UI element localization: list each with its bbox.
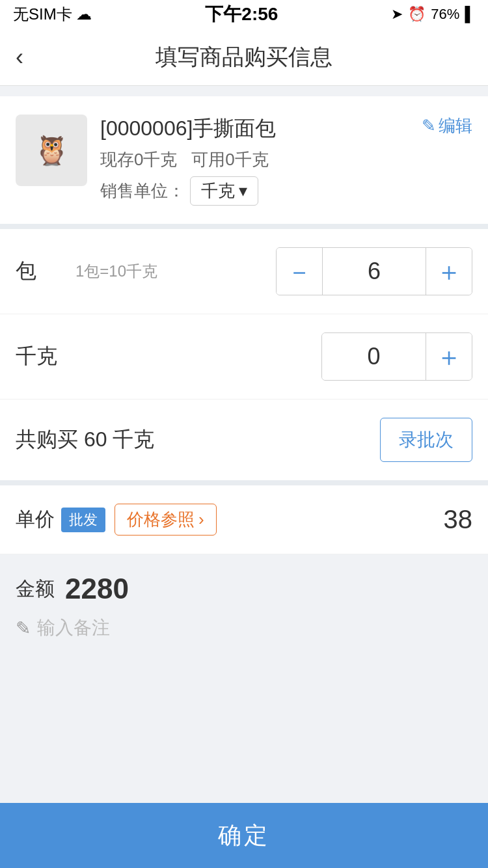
note-row[interactable]: ✎ 输入备注 — [16, 616, 472, 640]
product-logo: 🦉 — [34, 133, 70, 167]
unit-select[interactable]: 千克 ▾ — [190, 176, 258, 206]
kg-label: 千克 — [16, 342, 68, 371]
chevron-right-icon: › — [198, 509, 204, 530]
pack-qty-input[interactable] — [322, 248, 426, 295]
alarm-icon: ⏰ — [408, 6, 426, 23]
product-name: [0000006]手撕面包 — [100, 115, 409, 143]
pack-minus-button[interactable]: － — [277, 248, 322, 295]
pack-section: 包 1包=10千克 － ＋ 千克 ＋ — [0, 229, 488, 400]
total-text: 共购买 60 千克 — [16, 426, 380, 454]
product-info: [0000006]手撕面包 现存0千克 可用0千克 销售单位： 千克 ▾ — [100, 115, 409, 206]
minus-icon: － — [286, 254, 312, 290]
price-section: 单价 批发 价格参照 › 38 — [0, 485, 488, 554]
price-ref-button[interactable]: 价格参照 › — [115, 504, 217, 536]
amount-label: 金额 — [16, 576, 55, 603]
note-placeholder: 输入备注 — [37, 616, 110, 640]
pack-plus-button[interactable]: ＋ — [426, 248, 472, 295]
product-unit: 销售单位： 千克 ▾ — [100, 176, 409, 206]
product-stock: 现存0千克 可用0千克 — [100, 148, 409, 171]
amount-row: 金额 2280 — [16, 573, 472, 605]
back-button[interactable]: ‹ — [16, 44, 23, 71]
kg-qty-input[interactable] — [322, 333, 426, 380]
plus-icon: ＋ — [436, 254, 462, 290]
status-time: 下午2:56 — [205, 2, 278, 27]
confirm-button[interactable]: 确定 — [0, 803, 488, 868]
battery-icon: ▌ — [465, 6, 475, 23]
amount-section: 金额 2280 ✎ 输入备注 — [0, 554, 488, 647]
status-right: ➤ ⏰ 76% ▌ — [391, 6, 475, 23]
price-value: 38 — [444, 505, 473, 534]
pencil-icon: ✎ — [16, 617, 31, 639]
header: ‹ 填写商品购买信息 — [0, 29, 488, 86]
chevron-down-icon: ▾ — [239, 181, 247, 201]
edit-icon: ✎ — [422, 116, 436, 136]
pack-row: 包 1包=10千克 － ＋ — [0, 229, 488, 314]
edit-button[interactable]: ✎ 编辑 — [422, 115, 472, 137]
pack-label: 包 — [16, 257, 68, 286]
plus-icon: ＋ — [436, 339, 462, 375]
pack-hint: 1包=10千克 — [75, 261, 276, 282]
product-code: [0000006] — [100, 116, 193, 140]
amount-value: 2280 — [65, 573, 129, 605]
price-label: 单价 — [16, 506, 55, 533]
battery-label: 76% — [431, 6, 459, 23]
sim-label: 无SIM卡 ☁ — [13, 4, 92, 25]
spacer — [0, 647, 488, 803]
price-type-tag: 批发 — [61, 508, 105, 532]
pack-qty-control: － ＋ — [276, 247, 472, 295]
page-title: 填写商品购买信息 — [156, 42, 332, 72]
status-bar: 无SIM卡 ☁ 下午2:56 ➤ ⏰ 76% ▌ — [0, 0, 488, 29]
record-batch-button[interactable]: 录批次 — [380, 418, 472, 462]
product-image: 🦉 — [16, 115, 87, 186]
kg-controls: ＋ — [321, 332, 472, 381]
kg-row: 千克 ＋ — [0, 314, 488, 400]
status-left: 无SIM卡 ☁ — [13, 4, 92, 25]
arrow-icon: ➤ — [391, 6, 403, 23]
product-card: 🦉 [0000006]手撕面包 现存0千克 可用0千克 销售单位： 千克 ▾ ✎… — [0, 96, 488, 229]
kg-plus-button[interactable]: ＋ — [426, 333, 472, 380]
product-title: 手撕面包 — [193, 116, 276, 140]
total-row: 共购买 60 千克 录批次 — [0, 400, 488, 485]
